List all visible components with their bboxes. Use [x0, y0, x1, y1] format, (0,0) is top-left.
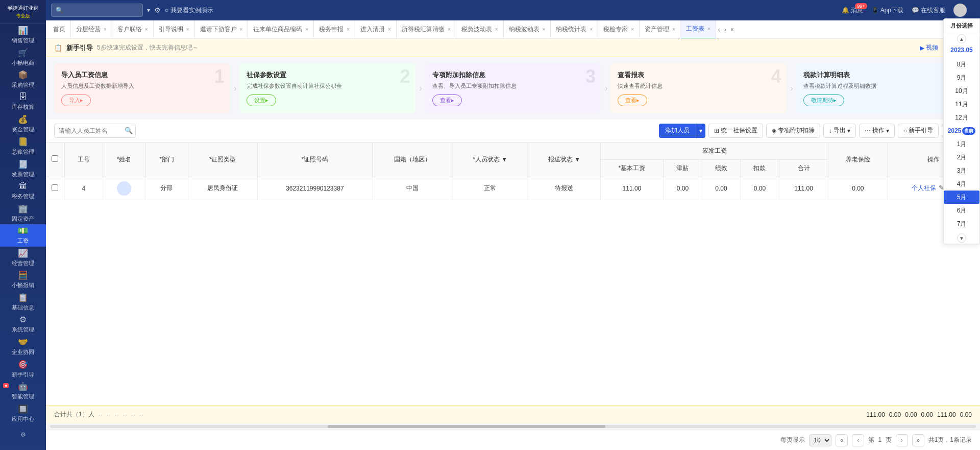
tab-close-layered[interactable]: × — [104, 27, 107, 32]
tab-close-tax[interactable]: × — [347, 27, 350, 32]
page-last-btn[interactable]: » — [912, 434, 924, 446]
scroll-thumb[interactable] — [328, 425, 605, 428]
report-filter-icon[interactable]: ▼ — [574, 156, 580, 163]
sidebar-item-purchase[interactable]: 📦 采购管理 — [0, 68, 46, 91]
tab-close-assets[interactable]: × — [672, 27, 675, 32]
special-deduction-btn[interactable]: ◈ 专项附加扣除 — [766, 124, 820, 138]
user-avatar[interactable] — [953, 4, 967, 17]
tab-close-burden[interactable]: × — [495, 27, 498, 32]
tab-payroll[interactable]: 工资表 × — [681, 20, 716, 39]
step-btn-4[interactable]: 查看▸ — [618, 94, 647, 106]
topbar-dropdown-btn[interactable]: ▾ — [147, 7, 150, 14]
sidebar-item-finance[interactable]: 💰 资金管理 — [0, 113, 46, 135]
sidebar-item-payroll[interactable]: 💵 工资 — [0, 224, 46, 247]
sidebar-item-newbie[interactable]: 🎯 新手引导 — [0, 358, 46, 380]
sidebar-item-tax[interactable]: 🏛 税务管理 — [0, 180, 46, 202]
tab-crm[interactable]: 客户联络 × — [112, 20, 154, 39]
row-checkbox[interactable] — [52, 184, 58, 191]
tab-close-clearance[interactable]: × — [388, 27, 391, 32]
tab-tax-fluctuation[interactable]: 纳税波动表 × — [504, 20, 551, 39]
month-scroll-down-btn[interactable]: ▼ — [957, 233, 966, 243]
step-btn-3[interactable]: 查看▸ — [432, 94, 462, 106]
per-page-select[interactable]: 10 20 50 — [809, 434, 831, 446]
month-item-apr[interactable]: 4月 — [944, 177, 979, 191]
tab-close-stats[interactable]: × — [590, 27, 593, 32]
tab-nav-next[interactable]: › — [722, 26, 728, 33]
status-filter-icon[interactable]: ▼ — [501, 156, 507, 163]
horizontal-scrollbar[interactable] — [46, 423, 980, 430]
tab-nav-prev[interactable]: ‹ — [716, 26, 722, 33]
online-service-btn[interactable]: 💬 在线客服 — [912, 6, 945, 15]
tab-partner-code[interactable]: 往来单位商品编码 × — [248, 20, 314, 39]
month-item-feb[interactable]: 2月 — [944, 151, 979, 164]
search-submit-icon[interactable]: 🔍 — [125, 127, 133, 134]
guide-btn[interactable]: ○ 新手引导 — [898, 124, 939, 138]
topbar-gear-icon[interactable]: ⚙ — [154, 6, 161, 14]
export-btn[interactable]: ↓ 导出 ▾ — [823, 124, 856, 138]
step-btn-1[interactable]: 导入▸ — [61, 94, 91, 106]
month-item-jun[interactable]: 6月 — [944, 204, 979, 217]
topbar-search-box[interactable]: 🔍 — [51, 4, 143, 17]
tab-close-invite[interactable]: × — [240, 27, 243, 32]
month-scroll-up-btn[interactable]: ▲ — [957, 34, 966, 43]
sidebar-item-ecommerce[interactable]: 🛒 小畅电商 — [0, 46, 46, 68]
operation-btn[interactable]: ⋯ 操作 ▾ — [859, 124, 895, 138]
tab-close-payroll[interactable]: × — [707, 26, 710, 32]
month-item-nov[interactable]: 11月 — [944, 98, 979, 111]
tab-close-guide[interactable]: × — [186, 27, 189, 32]
guide-video-link[interactable]: ▶ 视频 — [920, 43, 938, 52]
sidebar-item-basic-info[interactable]: 📋 基础信息 — [0, 291, 46, 314]
tab-close-crm[interactable]: × — [145, 27, 148, 32]
sidebar-item-operations[interactable]: 📈 经营管理 — [0, 247, 46, 269]
tab-close-fluct[interactable]: × — [543, 27, 546, 32]
notification-btn[interactable]: 🔔 消息 99+ — [842, 6, 863, 15]
month-item-dec[interactable]: 12月 — [944, 111, 979, 124]
month-item-oct[interactable]: 10月 — [944, 84, 979, 98]
tab-clearance[interactable]: 进入清册 × — [355, 20, 397, 39]
add-person-dropdown-btn[interactable]: ▾ — [696, 124, 705, 138]
sidebar-item-collab[interactable]: 🤝 企业协同 — [0, 336, 46, 358]
tab-close-income[interactable]: × — [448, 27, 451, 32]
settings-gear-button[interactable]: ⚙ — [0, 424, 46, 445]
tab-tax-report[interactable]: 税务申报 × — [314, 20, 355, 39]
page-next-btn[interactable]: › — [896, 434, 908, 446]
month-item-aug[interactable]: 8月 — [944, 58, 979, 71]
tab-invite[interactable]: 邀请下游客户 × — [195, 20, 249, 39]
tab-home[interactable]: 首页 — [48, 20, 71, 39]
personal-insurance-btn[interactable]: 个人社保 — [912, 184, 936, 193]
tab-close-all[interactable]: × — [728, 26, 736, 33]
step-btn-5[interactable]: 敬请期待▸ — [803, 94, 844, 106]
select-all-checkbox[interactable] — [52, 155, 58, 162]
sidebar-item-sales[interactable]: 📊 销售管理 — [0, 24, 46, 46]
demo-link[interactable]: ○ 我要看实例演示 — [165, 6, 213, 15]
month-item-may[interactable]: 5月 — [944, 191, 979, 204]
sidebar-item-app-center[interactable]: 🔲 应用中心 — [0, 402, 46, 424]
month-item-sep[interactable]: 9月 — [944, 71, 979, 84]
tab-income-tax[interactable]: 所得税汇算清缴 × — [397, 20, 456, 39]
scroll-track[interactable] — [50, 425, 976, 428]
tab-tax-stats[interactable]: 纳税统计表 × — [551, 20, 598, 39]
app-download-btn[interactable]: 📱 App下载 — [871, 6, 903, 15]
sidebar-item-expense[interactable]: 🧮 小畅报销 — [0, 269, 46, 291]
search-input[interactable] — [54, 124, 136, 138]
unified-settings-btn[interactable]: ⊞ 统一社保设置 — [708, 124, 763, 138]
sidebar-item-inventory[interactable]: 🗄 库存核算 — [0, 91, 46, 113]
step-btn-2[interactable]: 设置▸ — [247, 94, 276, 106]
month-item-jul[interactable]: 7月 — [944, 217, 979, 230]
sidebar-item-invoice[interactable]: 🧾 发票管理 — [0, 157, 46, 180]
tab-assets[interactable]: 资产管理 × — [640, 20, 681, 39]
sidebar-item-ai[interactable]: ● 🤖 智能管理 — [0, 380, 46, 402]
sidebar-item-assets[interactable]: 🏢 固定资产 — [0, 202, 46, 224]
tab-close-partner[interactable]: × — [305, 27, 308, 32]
month-item-2025[interactable]: 2025 当前 — [944, 124, 979, 137]
tab-layered[interactable]: 分层经营 × — [71, 20, 112, 39]
month-item-mar[interactable]: 3月 — [944, 164, 979, 177]
add-person-button[interactable]: 添加人员 — [659, 124, 696, 138]
tab-tax-burden[interactable]: 税负波动表 × — [456, 20, 504, 39]
page-first-btn[interactable]: « — [836, 434, 848, 446]
month-item-jan[interactable]: 1月 — [944, 137, 979, 151]
sidebar-item-system[interactable]: ⚙ 系统管理 — [0, 313, 46, 336]
tab-close-expert[interactable]: × — [631, 27, 634, 32]
page-prev-btn[interactable]: ‹ — [852, 434, 864, 446]
tab-tax-expert[interactable]: 税检专家 × — [598, 20, 640, 39]
